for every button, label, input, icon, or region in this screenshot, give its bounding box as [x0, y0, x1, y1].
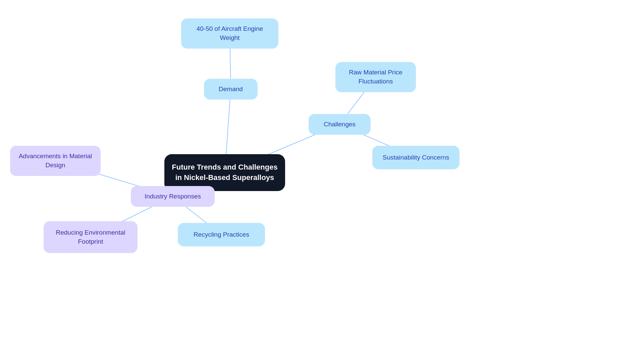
center-node: Future Trends and Challenges in Nickel-B…	[164, 154, 285, 191]
challenges-node: Challenges	[309, 114, 371, 135]
advancements-node: Advancements in Material Design	[10, 146, 101, 176]
raw-material-node: Raw Material Price Fluctuations	[335, 62, 416, 92]
recycling-node: Recycling Practices	[178, 223, 265, 246]
demand-node: Demand	[204, 79, 258, 100]
sustainability-node: Sustainability Concerns	[372, 146, 460, 169]
aircraft-weight-node: 40-50 of Aircraft Engine Weight	[181, 18, 278, 49]
reducing-footprint-node: Reducing Environmental Footprint	[44, 221, 138, 253]
industry-responses-node: Industry Responses	[131, 186, 215, 207]
